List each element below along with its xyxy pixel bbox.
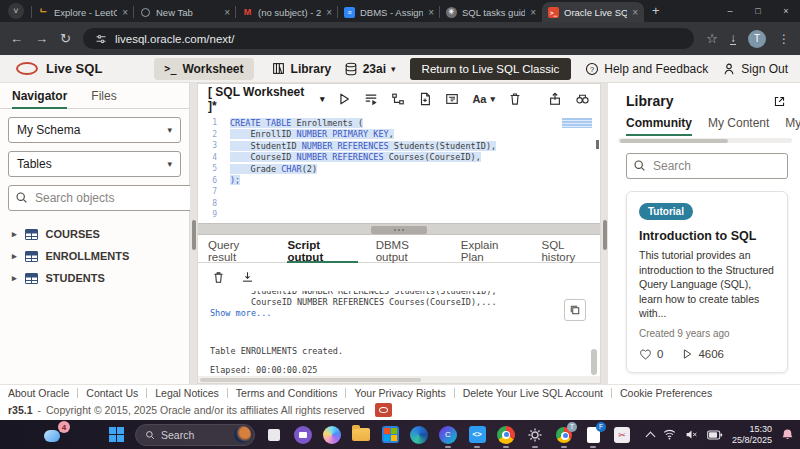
copilot-button[interactable] bbox=[322, 425, 342, 445]
return-to-classic-button[interactable]: Return to Live SQL Classic bbox=[410, 58, 572, 80]
close-window-button[interactable]: × bbox=[772, 6, 800, 16]
show-more-link[interactable]: Show more... bbox=[210, 308, 271, 318]
tab-search-icon[interactable]: ˅ bbox=[8, 3, 24, 19]
open-library-icon[interactable] bbox=[773, 95, 786, 108]
caret-right-icon[interactable]: ▸ bbox=[12, 251, 17, 261]
footer-link-legal[interactable]: Legal Notices bbox=[155, 387, 219, 399]
tab-my-favorites[interactable]: My Favorites bbox=[785, 111, 800, 135]
worksheet-title-menu[interactable]: [ SQL Worksheet ]* ▾ bbox=[208, 85, 324, 113]
tab-sql-history[interactable]: SQL history bbox=[541, 239, 600, 262]
footer-link-contact[interactable]: Contact Us bbox=[86, 387, 138, 399]
close-icon[interactable]: × bbox=[632, 7, 638, 18]
editor-output-splitter[interactable] bbox=[198, 223, 600, 235]
tab-query-result[interactable]: Query result bbox=[208, 239, 269, 262]
tab-script-output[interactable]: Script output bbox=[287, 239, 357, 262]
output-scrollbar[interactable] bbox=[591, 293, 598, 377]
tree-item-enrollments[interactable]: ▸ ENROLLMENTS bbox=[0, 245, 189, 267]
close-icon[interactable]: × bbox=[530, 7, 536, 18]
footer-link-about[interactable]: About Oracle bbox=[8, 387, 69, 399]
volume-muted-icon[interactable] bbox=[685, 428, 698, 441]
notification-bell-icon[interactable] bbox=[781, 428, 794, 441]
microsoft-store-button[interactable] bbox=[380, 425, 400, 445]
close-icon[interactable]: × bbox=[224, 7, 230, 18]
sql-editor[interactable]: 1CREATE TABLE Enrollments ( 2 EnrollID N… bbox=[198, 114, 600, 223]
library-tabs-scrollbar[interactable] bbox=[618, 138, 792, 143]
address-bar[interactable]: livesql.oracle.com/next/ bbox=[83, 28, 694, 49]
help-feedback-link[interactable]: ? Help and Feedback bbox=[585, 62, 708, 76]
edge-button[interactable] bbox=[409, 425, 429, 445]
script-output-area[interactable]: StudentID NUMBER REFERENCES Students(Stu… bbox=[198, 291, 590, 379]
taskbar-clock[interactable]: 15:30 25/8/2025 bbox=[732, 424, 772, 445]
object-type-select[interactable]: Tables ▾ bbox=[8, 151, 181, 177]
document-button[interactable]: F bbox=[583, 425, 603, 445]
search-objects-input[interactable] bbox=[8, 185, 197, 211]
close-icon[interactable]: × bbox=[428, 7, 434, 18]
new-worksheet-button[interactable] bbox=[418, 92, 432, 106]
database-selector[interactable]: 23ai ▾ bbox=[344, 62, 396, 76]
start-button[interactable] bbox=[106, 425, 126, 445]
canva-button[interactable]: C bbox=[438, 425, 458, 445]
taskbar-search[interactable]: Search bbox=[135, 424, 255, 446]
tab-navigator[interactable]: Navigator bbox=[12, 83, 67, 108]
tab-dbms-output[interactable]: DBMS output bbox=[376, 239, 443, 262]
tray-chevron-icon[interactable] bbox=[646, 431, 656, 441]
explain-plan-button[interactable] bbox=[391, 92, 405, 106]
tab-my-content[interactable]: My Content bbox=[708, 111, 769, 135]
chrome-button[interactable] bbox=[496, 425, 516, 445]
browser-tab-newtab[interactable]: New Tab × bbox=[134, 2, 236, 22]
text-size-menu[interactable]: Aa ▾ bbox=[472, 93, 495, 105]
tutorial-title[interactable]: Introduction to SQL bbox=[639, 229, 775, 243]
library-nav-button[interactable]: Library bbox=[262, 58, 342, 80]
tab-community[interactable]: Community bbox=[626, 111, 692, 135]
tutorial-card[interactable]: Tutorial Introduction to SQL This tutori… bbox=[626, 191, 788, 373]
browser-tab-leetcode[interactable]: ᄂ Explore - LeetCode × bbox=[32, 2, 134, 22]
left-splitter[interactable] bbox=[190, 83, 197, 384]
sign-out-link[interactable]: Sign Out bbox=[722, 62, 788, 76]
chat-button[interactable] bbox=[293, 425, 313, 445]
file-explorer-button[interactable] bbox=[351, 425, 371, 445]
tree-item-students[interactable]: ▸ STUDENTS bbox=[0, 267, 189, 289]
minimize-button[interactable]: – bbox=[716, 6, 744, 16]
new-tab-button[interactable]: + bbox=[652, 3, 660, 18]
downloads-icon[interactable]: ↓ bbox=[730, 33, 736, 45]
run-script-button[interactable] bbox=[364, 92, 378, 106]
tab-files[interactable]: Files bbox=[91, 83, 116, 108]
tab-explain-plan[interactable]: Explain Plan bbox=[461, 239, 524, 262]
footer-link-privacy[interactable]: Your Privacy Rights bbox=[354, 387, 445, 399]
widgets-button[interactable]: 4 bbox=[44, 424, 66, 444]
settings-button[interactable] bbox=[525, 425, 545, 445]
horizontal-scrollbar[interactable] bbox=[198, 376, 600, 383]
bookmark-star-icon[interactable]: ☆ bbox=[706, 31, 718, 46]
close-icon[interactable]: × bbox=[122, 7, 128, 18]
run-button[interactable] bbox=[337, 92, 351, 106]
footer-link-terms[interactable]: Terms and Conditions bbox=[236, 387, 338, 399]
battery-icon[interactable] bbox=[707, 429, 723, 441]
browser-tab-sql-guide[interactable]: ✳ SQL tasks guide × bbox=[440, 2, 542, 22]
chrome-profile-button[interactable]: T bbox=[554, 425, 574, 445]
clear-output-button[interactable] bbox=[212, 271, 225, 284]
find-button[interactable] bbox=[575, 92, 590, 106]
wifi-icon[interactable] bbox=[663, 428, 676, 441]
snipping-tool-button[interactable]: ✂ bbox=[612, 425, 632, 445]
close-icon[interactable]: × bbox=[326, 7, 332, 18]
footer-link-delete-account[interactable]: Delete Your Live SQL Account bbox=[463, 387, 603, 399]
browser-profile-avatar[interactable]: T bbox=[748, 30, 766, 48]
maximize-button[interactable]: □ bbox=[744, 6, 772, 16]
right-splitter[interactable] bbox=[601, 83, 608, 384]
browser-tab-oracle-livesql[interactable]: >_ Oracle Live SQL × bbox=[542, 2, 644, 22]
worksheet-nav-button[interactable]: >_ Worksheet bbox=[154, 58, 253, 80]
tree-item-courses[interactable]: ▸ COURSES bbox=[0, 223, 189, 245]
download-output-button[interactable] bbox=[241, 271, 254, 284]
clear-worksheet-button[interactable] bbox=[508, 92, 522, 106]
format-button[interactable] bbox=[445, 92, 459, 106]
schema-select[interactable]: My Schema ▾ bbox=[8, 117, 181, 143]
editor-scrollbar[interactable] bbox=[596, 140, 599, 149]
runs-stat[interactable]: 4606 bbox=[681, 348, 724, 360]
browser-tab-gmail[interactable]: M (no subject) - 24ch × bbox=[236, 2, 338, 22]
reload-button[interactable]: ↻ bbox=[60, 31, 71, 46]
copy-output-button[interactable] bbox=[564, 299, 586, 321]
library-search-input[interactable] bbox=[626, 153, 788, 179]
task-view-button[interactable] bbox=[264, 425, 284, 445]
browser-menu-icon[interactable]: ⋮ bbox=[778, 32, 790, 46]
caret-right-icon[interactable]: ▸ bbox=[12, 273, 17, 283]
